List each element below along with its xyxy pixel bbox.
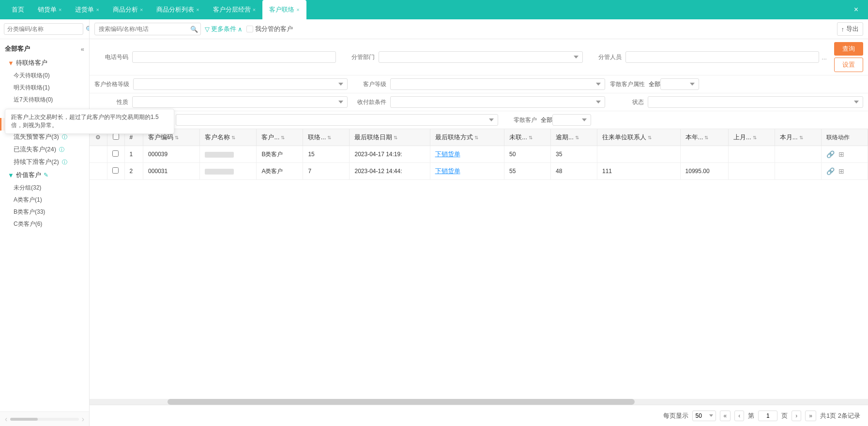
filter-person-ellipsis[interactable]: ... — [819, 54, 829, 61]
filter-status-label: 状态 — [610, 98, 644, 106]
query-button[interactable]: 查询 — [834, 42, 863, 56]
more-conditions-button[interactable]: ▽ 更多条件 ∧ — [205, 25, 243, 33]
th-last-contact-date[interactable]: 最后联络日期⇅ — [350, 129, 430, 146]
window-close-button[interactable]: × — [849, 5, 863, 14]
row1-checkbox[interactable] — [112, 150, 119, 157]
nav-close-purchase[interactable]: × — [96, 7, 99, 13]
filter-nature: 性质 — [94, 96, 348, 108]
sidebar-value-customers-section[interactable]: ▼ 价值客户 ✎ — [0, 168, 89, 182]
nav-item-product-list[interactable]: 商品分析列表 × — [150, 0, 206, 19]
edit-groups-icon[interactable]: ✎ — [44, 172, 48, 178]
td-checkbox-r2[interactable] — [107, 163, 124, 180]
next-page-button[interactable]: › — [792, 411, 801, 421]
filter-phone-input[interactable] — [132, 51, 336, 63]
th-name[interactable]: 客户名称⇅ — [200, 129, 257, 146]
nav-item-home[interactable]: 首页 — [5, 0, 31, 19]
per-page-select[interactable]: 50 100 200 — [692, 411, 716, 421]
code-sort-icon: ⇅ — [175, 135, 179, 140]
filter-customer-type-select[interactable] — [176, 114, 498, 126]
churn-warning-info-icon[interactable]: ⓘ — [62, 134, 67, 140]
filter-icon: ▽ — [205, 26, 210, 33]
action-link-icon-r2[interactable]: 🔗 — [826, 167, 835, 175]
sidebar-item-7days[interactable]: 近7天待联络(0) — [0, 94, 89, 106]
declining-info-icon[interactable]: ⓘ — [62, 159, 67, 165]
sidebar-search-input[interactable] — [4, 23, 83, 35]
th-this-month[interactable]: 本月...⇅ — [775, 129, 821, 146]
action-grid-icon-r1[interactable]: ⊞ — [838, 150, 844, 158]
select-all-checkbox[interactable] — [113, 133, 119, 140]
sidebar-collapse-icon[interactable]: « — [81, 45, 84, 53]
th-last-contact-method[interactable]: 最后联络方式⇅ — [430, 129, 504, 146]
export-button[interactable]: ↑ 导出 — [837, 22, 864, 36]
row2-checkbox[interactable] — [112, 167, 119, 174]
td-category-r2: A类客户 — [257, 163, 303, 180]
contact-sort-icon: ⇅ — [327, 135, 331, 140]
sidebar-item-ungroup[interactable]: 未分组(32) — [0, 182, 89, 194]
nav-item-sales[interactable]: 销货单 × — [31, 0, 68, 19]
th-uncontacted[interactable]: 未联...⇅ — [504, 129, 550, 146]
settings-button[interactable]: 设置 — [834, 58, 863, 72]
filter-retail-attr-select[interactable] — [660, 78, 699, 90]
sidebar-pending-section[interactable]: ▼ 待联络客户 — [0, 56, 89, 70]
td-checkbox-r1[interactable] — [107, 146, 124, 163]
this-month-sort-icon: ⇅ — [799, 135, 803, 140]
sidebar-all-customers[interactable]: 全部客户 « — [0, 42, 89, 56]
sidebar-scroll-left[interactable]: ‹ — [5, 415, 7, 424]
last-method-link-r2[interactable]: 下销货单 — [435, 167, 460, 175]
sidebar-item-class-a[interactable]: A类客户(1) — [0, 194, 89, 206]
filter-retail-customer-select[interactable] — [552, 114, 591, 126]
my-customers-toggle[interactable]: 我分管的客户 — [246, 25, 293, 33]
scrollbar-thumb[interactable] — [168, 399, 635, 405]
last-method-link-r1[interactable]: 下销货单 — [435, 150, 460, 158]
last-page-button[interactable]: » — [805, 411, 816, 421]
prev-page-button[interactable]: ‹ — [734, 411, 744, 421]
action-link-icon-r1[interactable]: 🔗 — [826, 150, 835, 158]
sidebar-scroll-right[interactable]: › — [82, 415, 84, 424]
nav-close-product-list[interactable]: × — [196, 7, 199, 13]
th-overdue[interactable]: 逾期...⇅ — [550, 129, 597, 146]
horizontal-scrollbar[interactable] — [90, 399, 868, 405]
filter-dept-select[interactable] — [379, 51, 582, 63]
nav-item-purchase[interactable]: 进货单 × — [68, 0, 106, 19]
top-nav: 首页 销货单 × 进货单 × 商品分析 × 商品分析列表 × 客户分层经营 × … — [0, 0, 868, 19]
th-category[interactable]: 客户...⇅ — [257, 129, 303, 146]
td-last-method-r2[interactable]: 下销货单 — [430, 163, 504, 180]
page-input[interactable] — [758, 411, 777, 421]
nav-item-product-analysis[interactable]: 商品分析 × — [106, 0, 150, 19]
first-page-button[interactable]: « — [720, 411, 731, 421]
td-contact-r1: 15 — [303, 146, 350, 163]
filter-nature-select[interactable] — [132, 96, 348, 108]
nav-close-customer-contact[interactable]: × — [296, 7, 299, 13]
th-partner-contacts[interactable]: 往来单位联系人⇅ — [597, 129, 681, 146]
action-grid-icon-r2[interactable]: ⊞ — [838, 167, 844, 175]
nav-item-customer-tier[interactable]: 客户分层经营 × — [206, 0, 262, 19]
filter-person-input[interactable] — [625, 51, 819, 63]
th-this-year[interactable]: 本年...⇅ — [680, 129, 728, 146]
filter-row-1: 电话号码 分管部门 分管人员 ... 查询 设置 — [90, 39, 868, 75]
sidebar-item-declining[interactable]: 持续下滑客户(2) ⓘ — [0, 156, 89, 168]
th-last-month[interactable]: 上月...⇅ — [728, 129, 775, 146]
churned-info-icon[interactable]: ⓘ — [59, 147, 64, 152]
td-last-month-r1 — [728, 146, 775, 163]
filter-customer-level-select[interactable] — [390, 78, 606, 90]
sidebar-item-class-c[interactable]: C类客户(6) — [0, 218, 89, 230]
sidebar-search-icon[interactable]: 🔍 — [86, 26, 90, 33]
nav-close-sales[interactable]: × — [59, 7, 61, 13]
sidebar-item-churned[interactable]: 已流失客户(24) ⓘ — [0, 143, 89, 156]
table-area[interactable]: ⚙ # 客户编码⇅ 客户名称⇅ 客户...⇅ 联络...⇅ 最后联络日期⇅ 最后… — [90, 129, 868, 399]
td-last-method-r1[interactable]: 下销货单 — [430, 146, 504, 163]
filter-status-select[interactable] — [648, 96, 863, 108]
my-customers-checkbox[interactable] — [246, 26, 253, 32]
filter-search-icon[interactable]: 🔍 — [190, 26, 198, 33]
action-icons-r2: 🔗 ⊞ — [826, 167, 863, 175]
filter-search-input[interactable] — [94, 23, 201, 35]
sidebar-item-tomorrow[interactable]: 明天待联络(1) — [0, 82, 89, 94]
nav-close-customer-tier[interactable]: × — [253, 7, 256, 13]
filter-payment-select[interactable] — [390, 96, 606, 108]
sidebar-item-today[interactable]: 今天待联络(0) — [0, 70, 89, 82]
nav-close-product-analysis[interactable]: × — [140, 7, 143, 13]
sidebar-item-class-b[interactable]: B类客户(33) — [0, 206, 89, 218]
nav-item-customer-contact[interactable]: 客户联络 × — [262, 0, 306, 19]
th-contact[interactable]: 联络...⇅ — [303, 129, 350, 146]
filter-price-level-select[interactable] — [133, 78, 348, 90]
